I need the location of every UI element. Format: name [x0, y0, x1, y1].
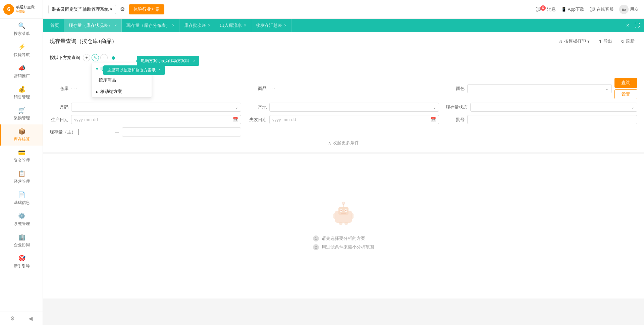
size-select[interactable]	[71, 103, 241, 112]
print-btn[interactable]: 🖨 按模板打印 ▾	[556, 37, 592, 46]
size-label: 尺码	[50, 104, 68, 110]
sidebar-settings-btn[interactable]: ⚙	[10, 315, 15, 322]
sidebar-item-marketing[interactable]: 📣 营销推广	[0, 61, 43, 82]
sidebar-label-operations: 经营管理	[14, 179, 30, 184]
scheme-item-pc-default[interactable]: 按库商品	[92, 74, 152, 86]
tab-inventory-batch-label: 库存批次账	[184, 22, 206, 29]
page-content-area: 现存量查询（按仓库+商品） 🖨 按模板打印 ▾ ⬆ 导出 ↻ 刷新	[43, 32, 644, 325]
tooltip-1-close[interactable]: ×	[193, 58, 195, 63]
stock-main-label: 现存量（主）	[50, 129, 76, 135]
sidebar-item-finance[interactable]: 💳 资金管理	[0, 146, 43, 167]
svg-point-4	[340, 210, 342, 211]
header-right: 💬 6 消息 📱 App下载 💬 在线客服 Ea 用友	[536, 5, 639, 14]
reset-button[interactable]: 设置	[614, 89, 637, 99]
tooltip-1-text: 电脑方案可设为移动方案哦	[141, 58, 189, 63]
tab-close-all-btn[interactable]: ×	[625, 21, 631, 30]
tab-fullscreen-btn[interactable]: ⛶	[633, 21, 641, 30]
scheme-item-mobile[interactable]: ▸ 移动端方案	[92, 86, 152, 97]
sidebar-item-search[interactable]: 🔍 搜索菜单	[0, 19, 43, 40]
collapse-label: 收起更多条件	[333, 140, 359, 146]
tooltip-2-close[interactable]: ×	[158, 67, 161, 73]
tooltip-2-text: 这里可以创建和修改方案哦	[107, 67, 156, 73]
active-dot	[112, 56, 115, 60]
tab-inventory-dist-close[interactable]: ×	[172, 23, 174, 28]
tab-inventory-dist[interactable]: 现存量（库存分布表） ×	[122, 19, 179, 32]
goods-input[interactable]: ···	[269, 86, 276, 92]
origin-select[interactable]	[269, 103, 439, 112]
sidebar-item-operations[interactable]: 📋 经营管理	[0, 167, 43, 188]
sidebar-label-finance: 资金管理	[14, 158, 30, 163]
sidebar-item-enterprise[interactable]: 🏢 企业协同	[0, 230, 43, 251]
expiry-date-input[interactable]: yyyy-mm-dd 📅	[269, 115, 439, 124]
tab-in-out-flow[interactable]: 出入库流水 ×	[215, 19, 251, 32]
header-settings-icon[interactable]: ⚙	[120, 6, 125, 12]
stock-status-filter-row: 现存量状态	[446, 103, 637, 112]
sidebar-item-basic[interactable]: 📄 基础信息	[0, 188, 43, 209]
empty-state: 1 请先选择要分析的方案 2 用过滤条件来缩小分析范围	[50, 174, 637, 278]
stock-status-select[interactable]	[470, 103, 637, 112]
tab-inventory-status-close[interactable]: ×	[114, 23, 117, 28]
tooltip-2: 这里可以创建和修改方案哦 ×	[103, 65, 165, 75]
production-date-label: 生产日期	[50, 117, 68, 123]
edit-scheme-btn[interactable]: ✎	[92, 54, 99, 61]
sidebar-label-system: 系统管理	[14, 221, 30, 227]
goods-label: 商品	[248, 86, 267, 92]
sidebar-collapse-btn[interactable]: ◀	[29, 315, 33, 322]
page-title-row: 现存量查询（按仓库+商品） 🖨 按模板打印 ▾ ⬆ 导出 ↻ 刷新	[50, 37, 637, 49]
svg-rect-9	[339, 222, 342, 225]
support-icon: 💬	[590, 7, 595, 12]
tab-inventory-batch-close[interactable]: ×	[208, 23, 210, 28]
sidebar-item-guide[interactable]: 🎯 新手引导	[0, 251, 43, 272]
sidebar-label-basic: 基础信息	[14, 200, 30, 206]
notification-btn[interactable]: 💬 6 消息	[536, 6, 556, 12]
quick-icon: ⚡	[18, 43, 25, 51]
add-scheme-btn[interactable]: +	[83, 54, 90, 61]
filter-collapse-btn[interactable]: ∧ 收起更多条件	[50, 137, 637, 147]
industry-btn[interactable]: 体验行业方案	[129, 4, 164, 14]
warehouse-input[interactable]: ···	[71, 86, 77, 92]
color-select[interactable]	[467, 84, 612, 93]
tab-inventory-dist-label: 现存量（库存分布表）	[126, 22, 170, 29]
sidebar-item-inventory[interactable]: 📦 库存核算	[0, 124, 43, 146]
expiry-date-icon: 📅	[431, 117, 436, 122]
app-download-btn[interactable]: 📱 App下载	[561, 6, 584, 12]
finance-icon: 💳	[18, 149, 25, 156]
system-selector[interactable]: 装备及固定资产辅助管理系统 ▾	[48, 5, 116, 14]
stock-main-to-input[interactable]	[122, 127, 241, 137]
online-support-btn[interactable]: 💬 在线客服	[590, 6, 614, 12]
sidebar-item-quick[interactable]: ⚡ 快捷导航	[0, 40, 43, 61]
svg-rect-8	[352, 213, 354, 219]
sidebar-item-system[interactable]: ⚙️ 系统管理	[0, 209, 43, 230]
batch-no-input[interactable]	[467, 115, 637, 124]
tab-receive-send[interactable]: 收发存汇总表 ×	[251, 19, 291, 32]
tab-in-out-flow-close[interactable]: ×	[244, 23, 246, 28]
sidebar-label-sales: 销售管理	[14, 94, 30, 100]
goods-filter-row: 商品 ···	[248, 78, 439, 99]
page-actions: 🖨 按模板打印 ▾ ⬆ 导出 ↻ 刷新	[556, 37, 637, 46]
tab-receive-send-close[interactable]: ×	[284, 23, 286, 28]
sidebar-label-inventory: 库存核算	[14, 137, 30, 142]
refresh-icon: ↻	[621, 39, 625, 44]
top-header: 装备及固定资产辅助管理系统 ▾ ⚙ 体验行业方案 💬 6 消息 📱 App下载 …	[43, 0, 644, 19]
refresh-btn[interactable]: ↻ 刷新	[618, 37, 637, 46]
sidebar-item-purchase[interactable]: 🛒 采购管理	[0, 103, 43, 124]
sidebar-item-sales[interactable]: 💰 销售管理	[0, 82, 43, 103]
batch-no-filter-row: 批号	[446, 115, 637, 124]
warehouse-label: 仓库	[50, 86, 68, 92]
search-button[interactable]: 查询	[614, 78, 637, 88]
tab-home[interactable]: 首页	[46, 19, 64, 32]
production-date-input[interactable]: yyyy-mm-dd 📅	[71, 115, 241, 124]
system-name-text: 装备及固定资产辅助管理系统	[52, 6, 109, 12]
header-left: 装备及固定资产辅助管理系统 ▾ ⚙ 体验行业方案	[48, 4, 164, 14]
empty-tip-2-row: 2 用过滤条件来缩小分析范围	[313, 243, 374, 252]
purchase-icon: 🛒	[18, 107, 25, 114]
tab-inventory-batch[interactable]: 库存批次账 ×	[179, 19, 215, 32]
tab-inventory-status[interactable]: 现存量（库存状况表） ×	[64, 19, 122, 32]
operations-icon: 📋	[18, 170, 25, 177]
export-btn[interactable]: ⬆ 导出	[596, 37, 615, 46]
back-scheme-btn[interactable]: ←	[100, 54, 108, 61]
scheme-expand-icon: ▾	[96, 66, 98, 71]
user-area[interactable]: Ea 用友	[619, 5, 639, 14]
stock-main-from-input[interactable]	[78, 129, 112, 135]
batch-no-label: 批号	[446, 117, 465, 123]
